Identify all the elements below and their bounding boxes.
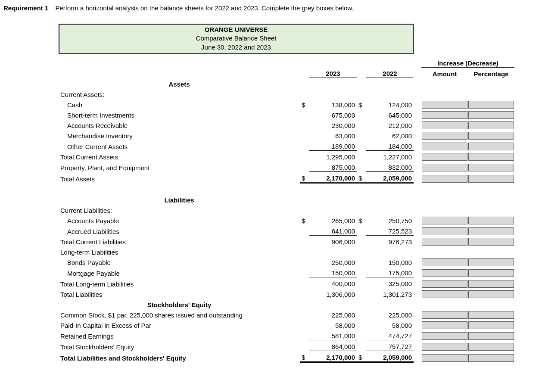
title-box: ORANGE UNIVERSE Comparative Balance Shee… (59, 24, 414, 54)
re-2023: 581,000 (309, 330, 357, 340)
tl-2022: 1,301,273 (366, 288, 414, 299)
tltl-label: Total Long-term Liabilities (59, 277, 300, 288)
input-ar-pct[interactable] (468, 121, 514, 129)
currency-symbol: $ (357, 215, 366, 225)
input-cash-pct[interactable] (468, 101, 514, 109)
input-ppe-amount[interactable] (422, 164, 467, 171)
input-sti-amount[interactable] (422, 111, 467, 119)
current-assets-label: Current Assets: (59, 88, 300, 99)
sti-label: Short-term Investments (59, 109, 300, 119)
input-apic-pct[interactable] (468, 321, 514, 329)
input-tse-pct[interactable] (468, 343, 514, 351)
increase-decrease-header: Increase (Decrease) (421, 57, 514, 68)
tca-2023: 1,295,000 (309, 151, 357, 162)
tlse-label: Total Liabilities and Stockholders' Equi… (59, 351, 300, 362)
sti-2022: 645,000 (366, 109, 414, 119)
current-liab-label: Current Liabilities: (59, 204, 300, 215)
input-tltl-amount[interactable] (422, 280, 467, 288)
input-ap-amount[interactable] (422, 217, 467, 224)
input-tlse-pct[interactable] (468, 354, 514, 362)
input-tcl-amount[interactable] (422, 238, 467, 246)
input-apic-amount[interactable] (422, 321, 467, 329)
assets-header: Assets (59, 78, 300, 89)
tcl-2023: 906,000 (309, 236, 357, 246)
header-amount: Amount (421, 67, 468, 78)
input-mort-pct[interactable] (468, 269, 514, 277)
balance-sheet-table: Increase (Decrease) 2023 2022 Amount Per… (59, 57, 514, 363)
company-name: ORANGE UNIVERSE (59, 25, 413, 34)
input-tlse-amount[interactable] (422, 354, 467, 362)
tcl-2022: 976,273 (366, 236, 414, 246)
ta-2022: 2,059,000 (366, 172, 414, 183)
input-common-amount[interactable] (422, 311, 467, 319)
ap-2022: 250,750 (366, 215, 414, 225)
oca-2023: 189,000 (309, 140, 357, 151)
input-ppe-pct[interactable] (468, 164, 514, 171)
tltl-2023: 400,000 (309, 277, 357, 288)
input-tca-amount[interactable] (422, 153, 467, 161)
cash-label: Cash (59, 99, 300, 109)
input-bonds-amount[interactable] (422, 258, 467, 266)
input-re-pct[interactable] (468, 332, 514, 340)
tltl-2022: 325,000 (366, 277, 414, 288)
common-2022: 225,000 (366, 309, 414, 319)
mort-2023: 150,000 (309, 267, 357, 277)
inv-label: Merchandise Inventory (59, 130, 300, 140)
liabilities-header: Liabilities (59, 194, 300, 204)
input-common-pct[interactable] (468, 311, 514, 319)
ltl-label: Long-term Liabilities (59, 246, 300, 256)
header-2022: 2022 (366, 67, 414, 78)
input-ar-amount[interactable] (422, 121, 467, 129)
currency-symbol: $ (357, 351, 366, 362)
statement-title: Comparative Balance Sheet (59, 34, 413, 43)
input-tl-pct[interactable] (468, 290, 514, 298)
input-ta-pct[interactable] (468, 175, 514, 183)
input-re-amount[interactable] (422, 332, 467, 340)
input-inv-pct[interactable] (468, 132, 514, 140)
input-oca-amount[interactable] (422, 143, 467, 150)
cash-2022: 124,000 (366, 99, 414, 109)
tlse-2023: 2,170,000 (309, 351, 357, 362)
currency-symbol: $ (300, 351, 309, 362)
mort-label: Mortgage Payable (59, 267, 300, 277)
input-bonds-pct[interactable] (468, 258, 514, 266)
requirement-text: Perform a horizontal analysis on the bal… (55, 4, 353, 12)
input-tse-amount[interactable] (422, 343, 467, 351)
ppe-2023: 875,000 (309, 161, 357, 172)
tse-label: Total Stockholders' Equity (59, 340, 300, 351)
ar-2023: 230,000 (309, 119, 357, 130)
input-ap-pct[interactable] (468, 217, 514, 224)
input-accr-pct[interactable] (468, 227, 514, 235)
tca-2022: 1,227,000 (366, 151, 414, 162)
requirement-label: Requirement 1 (3, 4, 48, 12)
mort-2022: 175,000 (366, 267, 414, 277)
currency-symbol: $ (357, 172, 366, 183)
input-tltl-pct[interactable] (468, 280, 514, 288)
ap-2023: 265,000 (309, 215, 357, 225)
header-percentage: Percentage (468, 67, 514, 78)
currency-symbol: $ (300, 215, 309, 225)
tcl-label: Total Current Liabilities (59, 236, 300, 246)
input-ta-amount[interactable] (422, 175, 467, 183)
accr-label: Accrued Liabilities (59, 225, 300, 236)
ta-2023: 2,170,000 (309, 172, 357, 183)
inv-2022: 62,000 (366, 130, 414, 140)
input-inv-amount[interactable] (422, 132, 467, 140)
oca-label: Other Current Assets (59, 140, 300, 151)
input-oca-pct[interactable] (468, 143, 514, 150)
accr-2022: 725,523 (366, 225, 414, 236)
apic-label: Paid-In Capital in Excess of Par (59, 319, 300, 330)
input-mort-amount[interactable] (422, 269, 467, 277)
apic-2023: 58,000 (309, 319, 357, 330)
input-sti-pct[interactable] (468, 111, 514, 119)
accr-2023: 641,000 (309, 225, 357, 236)
input-tcl-pct[interactable] (468, 238, 514, 246)
bonds-2023: 250,000 (309, 256, 357, 267)
input-accr-amount[interactable] (422, 227, 467, 235)
input-tca-pct[interactable] (468, 153, 514, 161)
input-tl-amount[interactable] (422, 290, 467, 298)
tlse-2022: 2,059,000 (366, 351, 414, 362)
requirement-line: Requirement 1 Perform a horizontal analy… (3, 4, 539, 12)
currency-symbol: $ (300, 172, 309, 183)
input-cash-amount[interactable] (422, 101, 467, 109)
